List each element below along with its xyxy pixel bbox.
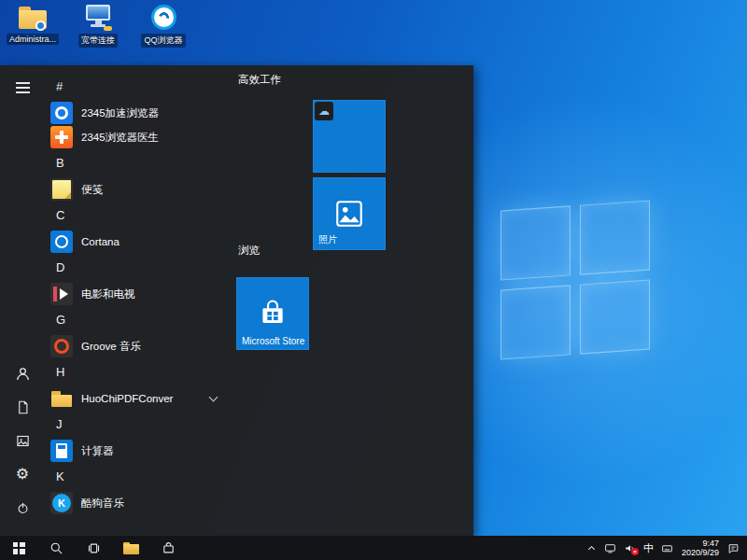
- system-tray: × 中 9:47 2020/9/29: [583, 536, 747, 560]
- tile-group-title-productivity[interactable]: 高效工作: [238, 73, 281, 87]
- tile-photos[interactable]: 照片: [313, 177, 386, 250]
- cortana-icon: [50, 231, 73, 253]
- cloud-icon: ☁: [315, 102, 333, 120]
- folder-icon: [50, 387, 73, 410]
- desktop-icon-label: 宽带连接: [78, 34, 118, 48]
- file-explorer-icon: [123, 542, 139, 554]
- settings-button[interactable]: ⚙: [0, 459, 45, 489]
- windows-logo-pane: [580, 200, 650, 274]
- start-button[interactable]: [0, 536, 37, 560]
- administrator-folder-icon: [17, 4, 49, 32]
- app-item-huochipdfconver[interactable]: HuoChiPDFConver: [49, 386, 228, 411]
- volume-button[interactable]: ×: [620, 536, 640, 560]
- letter-header-j[interactable]: J: [49, 411, 220, 439]
- app-item-cortana[interactable]: Cortana: [49, 230, 228, 254]
- clock-time: 9:47: [682, 539, 719, 548]
- sticky-notes-icon: [50, 178, 73, 201]
- search-button[interactable]: [37, 536, 75, 560]
- letter-header-k[interactable]: K: [49, 463, 220, 491]
- letter-header-g[interactable]: G: [49, 306, 220, 334]
- calculator-icon: [50, 440, 73, 462]
- letter-header-c[interactable]: C: [49, 202, 220, 230]
- tile-microsoft-store[interactable]: Microsoft Store: [236, 277, 309, 350]
- documents-button[interactable]: [0, 392, 45, 422]
- desktop: Administra... 宽带连接 QQ浏览器: [0, 0, 747, 560]
- start-menu: ⚙ # 2345加速浏览器 2345浏览器医生 B: [0, 65, 473, 536]
- user-account-button[interactable]: [0, 358, 45, 388]
- app-item-groove-music[interactable]: Groove 音乐: [49, 334, 228, 358]
- store-bag-icon: [162, 541, 176, 555]
- microsoft-store-taskbar-button[interactable]: [149, 536, 187, 560]
- start-menu-rail: ⚙: [0, 65, 45, 536]
- clock[interactable]: 9:47 2020/9/29: [677, 536, 724, 560]
- tray-expand-button[interactable]: [583, 536, 600, 560]
- network-icon: [604, 542, 616, 554]
- app-item-movies-tv[interactable]: 电影和电视: [49, 282, 228, 306]
- task-view-icon: [87, 541, 101, 555]
- app-item-sticky-notes[interactable]: 便笺: [49, 177, 228, 202]
- app-list: # 2345加速浏览器 2345浏览器医生 B 便笺 C Cortana D: [45, 65, 232, 536]
- windows-start-icon: [13, 542, 25, 554]
- power-icon: [16, 501, 30, 515]
- letter-header-d[interactable]: D: [49, 254, 220, 282]
- desktop-icon-qq-browser[interactable]: QQ浏览器: [136, 4, 190, 48]
- document-icon: [16, 400, 30, 414]
- app-item-2345-browser-doctor[interactable]: 2345浏览器医生: [49, 125, 228, 149]
- power-button[interactable]: [0, 493, 45, 523]
- tile-onedrive[interactable]: ☁: [313, 100, 386, 173]
- user-icon: [15, 366, 31, 382]
- letter-header-hash[interactable]: #: [49, 73, 220, 101]
- pictures-button[interactable]: [0, 426, 45, 455]
- windows-logo: [500, 200, 650, 359]
- ime-indicator[interactable]: 中: [640, 536, 657, 560]
- task-view-button[interactable]: [75, 536, 112, 560]
- touch-keyboard-button[interactable]: [657, 536, 677, 560]
- broadband-monitor-icon: [82, 4, 114, 32]
- windows-logo-pane: [500, 285, 571, 359]
- chevron-up-icon: [586, 543, 597, 553]
- desktop-icon-label: Administra...: [7, 34, 59, 45]
- windows-logo-pane: [580, 279, 650, 354]
- picture-icon: [16, 434, 30, 448]
- windows-logo-pane: [500, 205, 571, 280]
- action-center-icon: [727, 542, 740, 554]
- desktop-icon-label: QQ浏览器: [141, 34, 185, 48]
- app-item-2345-speed-browser[interactable]: 2345加速浏览器: [49, 101, 228, 125]
- volume-error-badge: ×: [631, 548, 639, 555]
- desktop-icon-broadband-connection[interactable]: 宽带连接: [71, 4, 125, 48]
- qq-browser-icon: [148, 4, 179, 32]
- file-explorer-button[interactable]: [112, 536, 149, 560]
- gear-icon: ⚙: [16, 467, 29, 482]
- desktop-icon-area: Administra... 宽带连接 QQ浏览器: [6, 4, 190, 48]
- letter-header-b[interactable]: B: [49, 149, 220, 177]
- tile-group-title-browse[interactable]: 浏览: [238, 244, 260, 258]
- expand-menu-button[interactable]: [0, 73, 45, 103]
- app-item-calculator[interactable]: 计算器: [49, 439, 228, 463]
- hamburger-icon: [16, 87, 30, 89]
- chevron-down-icon[interactable]: [209, 393, 218, 402]
- movies-tv-icon: [50, 283, 73, 305]
- 2345-speed-browser-icon: [50, 102, 73, 124]
- search-icon: [49, 541, 63, 555]
- tile-area: 高效工作 ☁ 照片 浏览: [232, 65, 473, 536]
- clock-date: 2020/9/29: [682, 548, 719, 557]
- network-button[interactable]: [600, 536, 620, 560]
- 2345-browser-doctor-icon: [50, 126, 73, 148]
- groove-music-icon: [50, 335, 73, 357]
- action-center-button[interactable]: [724, 536, 743, 560]
- app-item-kugou-music[interactable]: K 酷狗音乐: [49, 491, 228, 515]
- touch-keyboard-icon: [661, 542, 673, 554]
- kugou-music-icon: K: [50, 492, 73, 514]
- desktop-icon-administrator[interactable]: Administra...: [6, 4, 60, 48]
- letter-header-h[interactable]: H: [49, 358, 220, 386]
- taskbar: × 中 9:47 2020/9/29: [0, 536, 747, 560]
